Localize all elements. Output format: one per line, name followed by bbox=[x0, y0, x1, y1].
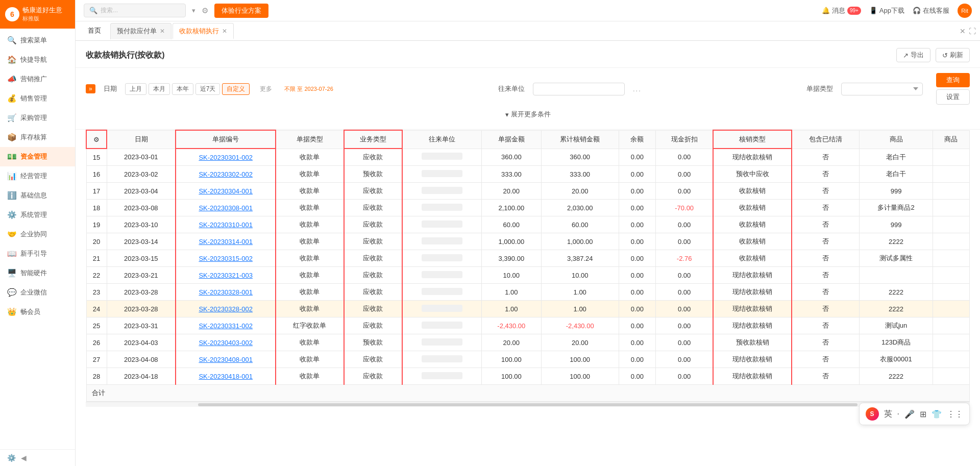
more-date-icon[interactable]: 更多 bbox=[260, 85, 272, 93]
expand-more-btn[interactable]: ▾ 展开更多条件 bbox=[505, 107, 551, 122]
page-wrapper: 收款核销执行(按收款) ↗ 导出 ↺ 刷新 » bbox=[76, 41, 980, 466]
tab-home[interactable]: 首页 bbox=[80, 21, 109, 41]
voucher-link[interactable]: SK-20230315-002 bbox=[199, 255, 253, 262]
scroll-thumb[interactable] bbox=[198, 403, 857, 406]
dropdown-arrow-icon[interactable]: ▾ bbox=[192, 7, 195, 14]
solution-button[interactable]: 体验行业方案 bbox=[214, 4, 268, 18]
tab-label: 收款核销执行 bbox=[179, 27, 219, 36]
voucher-link[interactable]: SK-20230408-001 bbox=[199, 356, 253, 363]
cell-goods2 bbox=[933, 200, 969, 216]
voucher-link[interactable]: SK-20230310-001 bbox=[199, 221, 253, 229]
widget-icon-grid[interactable]: ⊞ bbox=[920, 409, 926, 419]
sidebar-item-marketing[interactable]: 📣营销推广 bbox=[0, 69, 75, 89]
voucher-type-select[interactable] bbox=[841, 83, 923, 95]
cell-writeoff-type: 预收款核销 bbox=[713, 334, 792, 351]
sidebar-item-quicknav[interactable]: 🏠快捷导航 bbox=[0, 50, 75, 69]
marketing-icon: 📣 bbox=[7, 75, 16, 84]
cell-biz-type: 应收款 bbox=[344, 351, 402, 368]
tab-close-icon[interactable]: ✕ bbox=[160, 28, 165, 35]
gear-icon[interactable]: ⚙ bbox=[202, 6, 208, 15]
widget-icon-1[interactable]: 英 bbox=[884, 409, 892, 420]
th-written-off: 累计核销金额 bbox=[541, 130, 619, 149]
voucher-link[interactable]: SK-20230301-002 bbox=[199, 154, 253, 161]
voucher-link[interactable]: SK-20230321-003 bbox=[199, 272, 253, 279]
voucher-link[interactable]: SK-20230418-001 bbox=[199, 373, 253, 380]
date-btn-本年[interactable]: 本年 bbox=[172, 83, 193, 95]
sidebar-item-hardware[interactable]: 🖥️智能硬件 bbox=[0, 263, 75, 283]
voucher-link[interactable]: SK-20230403-002 bbox=[199, 339, 253, 347]
th-voucher-type: 单据类型 bbox=[276, 130, 344, 149]
maximize-icon[interactable]: ⛶ bbox=[969, 27, 976, 35]
more-options-dots[interactable]: ... bbox=[633, 85, 642, 93]
avatar[interactable]: Rit bbox=[958, 4, 972, 18]
voucher-link[interactable]: SK-20230331-002 bbox=[199, 322, 253, 330]
query-button[interactable]: 查询 bbox=[936, 73, 970, 87]
voucher-link[interactable]: SK-20230308-001 bbox=[199, 204, 253, 212]
filter-expand-btn[interactable]: » bbox=[86, 84, 95, 93]
cell-written-off: -2,430.00 bbox=[541, 317, 619, 334]
sidebar-label-basic: 基础信息 bbox=[20, 191, 47, 200]
th-date: 日期 bbox=[107, 130, 176, 149]
voucher-link[interactable]: SK-20230314-001 bbox=[199, 238, 253, 246]
source-input[interactable] bbox=[533, 83, 625, 95]
setting-button[interactable]: 设置 bbox=[936, 89, 970, 105]
th-gear[interactable]: ⚙ bbox=[86, 130, 107, 149]
sidebar-item-basic[interactable]: ℹ️基础信息 bbox=[0, 186, 75, 205]
filter-toggle-icon[interactable]: » bbox=[86, 84, 95, 93]
sidebar-item-wechat[interactable]: 💬企业微信 bbox=[0, 283, 75, 302]
cell-amount: 360.00 bbox=[481, 149, 541, 166]
sidebar-item-sales[interactable]: 💰销售管理 bbox=[0, 89, 75, 108]
cell-no: 21 bbox=[86, 250, 107, 267]
cell-date: 2023-03-31 bbox=[107, 317, 176, 334]
sidebar-label-purchase: 采购管理 bbox=[20, 113, 47, 122]
settings-icon[interactable]: ⚙️ bbox=[7, 454, 16, 462]
source-label: 往来单位 bbox=[498, 84, 525, 93]
table-scroll-bar[interactable] bbox=[86, 402, 970, 407]
voucher-link[interactable]: SK-20230328-002 bbox=[199, 305, 253, 313]
collapse-icon[interactable]: ◀ bbox=[21, 454, 27, 462]
date-btn-上月[interactable]: 上月 bbox=[125, 83, 146, 95]
export-button[interactable]: ↗ 导出 bbox=[896, 48, 930, 62]
th-included: 包含已结清 bbox=[792, 130, 860, 149]
table-body: 15 2023-03-01 SK-20230301-002 收款单 应收款 36… bbox=[86, 149, 970, 402]
widget-icon-shirt[interactable]: 👕 bbox=[932, 409, 942, 419]
expand-more-row: ▾ 展开更多条件 bbox=[86, 105, 970, 124]
close-window-icon[interactable]: ✕ bbox=[960, 27, 966, 35]
refresh-button[interactable]: ↺ 刷新 bbox=[936, 48, 970, 62]
cell-voucher-type: 收款单 bbox=[276, 368, 344, 385]
cell-amount: 1,000.00 bbox=[481, 233, 541, 250]
cell-goods2 bbox=[933, 149, 969, 166]
notifications-item[interactable]: 🔔 消息 99+ bbox=[822, 6, 861, 15]
tab-收款核销执行[interactable]: 收款核销执行✕ bbox=[173, 23, 234, 39]
sidebar-item-inventory[interactable]: 📦库存核算 bbox=[0, 128, 75, 147]
app-download-item[interactable]: 📱 App下载 bbox=[869, 6, 904, 15]
sidebar-item-purchase[interactable]: 🛒采购管理 bbox=[0, 108, 75, 128]
topbar-search[interactable]: 🔍 搜索... bbox=[84, 4, 186, 17]
sidebar-item-search[interactable]: 🔍搜索菜单 bbox=[0, 31, 75, 50]
voucher-link[interactable]: SK-20230302-002 bbox=[199, 170, 253, 178]
date-btn-本月[interactable]: 本月 bbox=[149, 83, 170, 95]
sidebar-item-guide[interactable]: 📖新手引导 bbox=[0, 244, 75, 263]
sidebar-item-finance[interactable]: 💵资金管理 bbox=[0, 147, 75, 166]
quicknav-icon: 🏠 bbox=[7, 55, 16, 64]
widget-icon-mic[interactable]: 🎤 bbox=[904, 409, 915, 419]
sidebar-item-enterprise[interactable]: 🤝企业协同 bbox=[0, 225, 75, 244]
date-custom-btn[interactable]: 自定义 bbox=[222, 83, 250, 95]
widget-icon-apps[interactable]: ⋮⋮ bbox=[947, 409, 963, 419]
cell-voucher-no: SK-20230308-001 bbox=[176, 200, 276, 216]
widget-icon-2[interactable]: · bbox=[897, 409, 899, 419]
voucher-link[interactable]: SK-20230304-001 bbox=[199, 187, 253, 195]
tab-预付款应付单[interactable]: 预付款应付单✕ bbox=[110, 23, 172, 39]
mobile-icon: 📱 bbox=[869, 7, 877, 14]
cell-amount: 3,390.00 bbox=[481, 250, 541, 267]
cell-goods1: 衣服00001 bbox=[860, 351, 933, 368]
cell-amount: 1.00 bbox=[481, 284, 541, 301]
sidebar-item-system[interactable]: ⚙️系统管理 bbox=[0, 205, 75, 225]
online-service-item[interactable]: 🎧 在线客服 bbox=[913, 6, 949, 15]
tab-close-icon[interactable]: ✕ bbox=[222, 28, 227, 35]
sidebar-item-member[interactable]: 👑畅会员 bbox=[0, 302, 75, 322]
date-btn-近7天[interactable]: 近7天 bbox=[195, 83, 220, 95]
cell-goods1: 2222 bbox=[860, 301, 933, 317]
voucher-link[interactable]: SK-20230328-001 bbox=[199, 288, 253, 296]
sidebar-item-operation[interactable]: 📊经营管理 bbox=[0, 166, 75, 186]
